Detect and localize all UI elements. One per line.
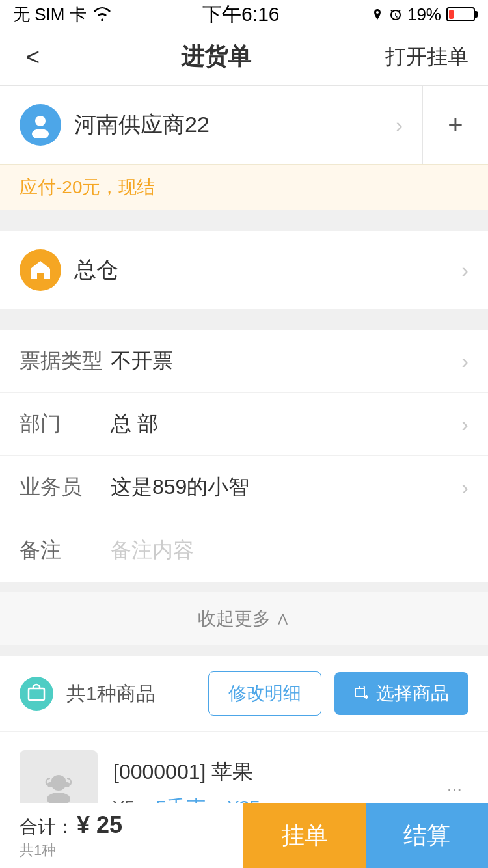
divider-3: [0, 645, 488, 656]
status-right: 19%: [371, 5, 475, 25]
salesman-value: 这是859的小智: [111, 473, 461, 502]
dept-row[interactable]: 部门 总 部 ›: [0, 393, 488, 456]
supplier-row[interactable]: 河南供应商22 ›: [0, 86, 423, 164]
add-supplier-button[interactable]: +: [423, 86, 488, 164]
dept-value: 总 部: [111, 410, 461, 439]
warehouse-card[interactable]: 总仓 ›: [0, 231, 488, 309]
remark-input[interactable]: 备注内容: [111, 536, 468, 565]
invoice-label: 票据类型: [20, 347, 111, 375]
edit-detail-button[interactable]: 修改明细: [208, 671, 321, 716]
main-content: 河南供应商22 › + 应付-20元，现结 总仓 › 票据类型 不开票 ›: [0, 86, 488, 868]
collapse-button[interactable]: 收起更多 ∧: [0, 592, 488, 645]
more-options-button[interactable]: ···: [441, 772, 468, 806]
dept-chevron: ›: [461, 413, 468, 437]
battery-fill: [449, 10, 454, 19]
warehouse-row[interactable]: 总仓 ›: [0, 231, 488, 309]
carrier-text: 无 SIM 卡: [13, 3, 87, 26]
remark-label: 备注: [20, 536, 111, 565]
hang-order-button[interactable]: 挂单: [243, 803, 366, 868]
supplier-alert: 应付-20元，现结: [0, 164, 488, 210]
svg-point-2: [32, 129, 49, 138]
status-time: 下午6:16: [202, 1, 279, 28]
divider-2: [0, 319, 488, 330]
open-hang-button[interactable]: 打开挂单: [385, 43, 468, 72]
select-product-icon: [354, 686, 370, 701]
house-icon: [29, 258, 52, 282]
select-product-label: 选择商品: [376, 681, 449, 706]
svg-point-5: [51, 775, 66, 791]
settle-button[interactable]: 结算: [366, 803, 488, 868]
total-count: 共1种: [20, 841, 224, 860]
svg-rect-4: [355, 688, 364, 696]
person-icon: [27, 112, 53, 138]
status-bar: 无 SIM 卡 下午6:16 19%: [0, 0, 488, 29]
location-icon: [371, 8, 384, 21]
battery-percent: 19%: [407, 5, 441, 25]
warehouse-name: 总仓: [74, 255, 461, 285]
svg-point-7: [47, 782, 53, 787]
supplier-card: 河南供应商22 › + 应付-20元，现结: [0, 86, 488, 210]
dept-label: 部门: [20, 410, 111, 439]
salesman-chevron: ›: [461, 476, 468, 500]
warehouse-icon: [20, 249, 61, 291]
svg-point-8: [64, 782, 70, 787]
collapse-label: 收起更多 ∧: [198, 606, 291, 631]
status-left: 无 SIM 卡: [13, 3, 111, 26]
supplier-chevron: ›: [396, 113, 403, 137]
invoice-chevron: ›: [461, 349, 468, 373]
divider-1: [0, 221, 488, 231]
product-name: [0000001] 苹果: [113, 758, 425, 787]
products-header: 共1种商品 修改明细 选择商品: [0, 656, 488, 731]
product-count-text: 共1种商品: [66, 681, 195, 707]
svg-point-1: [35, 116, 46, 126]
cart-icon: [26, 683, 47, 704]
product-count-icon: [20, 677, 53, 711]
bottom-bar: 合计： ¥ 25 共1种 挂单 结算: [0, 803, 488, 868]
invoice-row[interactable]: 票据类型 不开票 ›: [0, 330, 488, 393]
form-card: 票据类型 不开票 › 部门 总 部 › 业务员 这是859的小智 › 备注 备注…: [0, 330, 488, 582]
product-code: [0000001]: [113, 760, 206, 783]
svg-rect-3: [29, 688, 44, 700]
invoice-value: 不开票: [111, 347, 461, 375]
warehouse-chevron: ›: [461, 258, 468, 282]
remark-row[interactable]: 备注 备注内容: [0, 519, 488, 582]
salesman-row[interactable]: 业务员 这是859的小智 ›: [0, 456, 488, 519]
total-amount: ¥ 25: [77, 811, 122, 839]
total-label: 合计：: [20, 815, 74, 839]
battery-icon: [446, 7, 475, 21]
supplier-avatar: [20, 104, 61, 146]
wifi-icon: [93, 7, 111, 21]
product-title: 苹果: [211, 760, 253, 783]
total-section: 合计： ¥ 25 共1种: [0, 803, 243, 868]
nav-bar: < 进货单 打开挂单: [0, 29, 488, 86]
supplier-name: 河南供应商22: [74, 110, 396, 140]
page-title: 进货单: [181, 41, 251, 73]
back-button[interactable]: <: [20, 37, 46, 77]
select-product-button[interactable]: 选择商品: [334, 672, 468, 715]
supplier-section: 河南供应商22 › +: [0, 86, 488, 164]
alarm-icon: [389, 8, 402, 21]
salesman-label: 业务员: [20, 473, 111, 502]
